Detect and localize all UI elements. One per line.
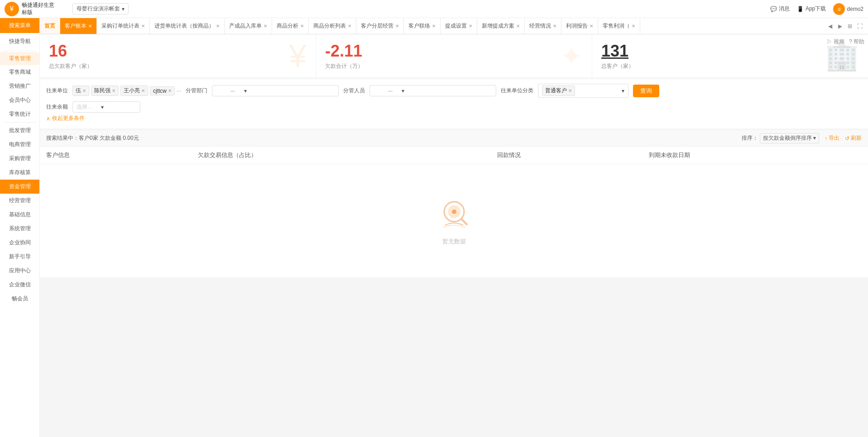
result-actions: 排序： 按欠款金额倒序排序 ▾ ↑ 导出 ↺ 刷新	[742, 133, 862, 143]
filter-dept-select[interactable]: ··· ▾	[212, 85, 339, 96]
stat-card-customers: 16 总欠款客户（家） ¥	[40, 34, 316, 77]
close-icon[interactable]: ✕	[216, 24, 220, 28]
close-icon[interactable]: ✕	[141, 24, 145, 28]
tab-purchase-orders[interactable]: 采购订单统计表 ✕	[97, 18, 150, 34]
sidebar-item-finance[interactable]: 资金管理	[0, 180, 39, 194]
remove-tag-3[interactable]: ✕	[141, 88, 145, 93]
sidebar-item-wholesale[interactable]: 批发管理	[0, 124, 39, 138]
phone-icon: 📱	[797, 6, 804, 12]
store-selector[interactable]: 母婴行业演示帐套 ▾	[72, 3, 129, 14]
filter-tag-4[interactable]: cjttcw ✕	[150, 86, 175, 95]
tab-home[interactable]: 首页	[40, 18, 60, 34]
video-button[interactable]: ▷ 视频	[827, 38, 844, 46]
sidebar-item-ecommerce[interactable]: 电商管理	[0, 138, 39, 152]
app-download-button[interactable]: 📱 App下载	[797, 5, 826, 13]
chevron-down-icon: ···	[230, 88, 235, 94]
stat-label-customers: 总欠款客户（家）	[49, 62, 307, 70]
sort-area: 排序： 按欠款金额倒序排序 ▾	[742, 133, 819, 143]
remove-tag-2[interactable]: ✕	[112, 88, 115, 93]
tab-expand[interactable]: ⊞	[845, 22, 854, 31]
tab-fullscreen[interactable]: ⛶	[855, 22, 864, 31]
svg-point-3	[452, 209, 456, 214]
tab-promotion-settings[interactable]: 提成设置 ✕	[441, 18, 477, 34]
tab-production-inbound[interactable]: 产成品入库单 ✕	[225, 18, 272, 34]
tab-goods-analysis-list[interactable]: 商品分析列表 ✕	[309, 18, 356, 34]
sidebar-item-member[interactable]: 会员中心	[0, 93, 39, 107]
sidebar-item-wechat[interactable]: 企业微信	[0, 278, 39, 292]
tab-operations-status[interactable]: 经营情况 ✕	[525, 18, 561, 34]
dropdown-icon-3: ▾	[622, 88, 624, 94]
close-icon[interactable]: ✕	[264, 24, 267, 28]
filter-person-select[interactable]: ··· ▾	[369, 85, 496, 96]
stats-row: 16 总欠款客户（家） ¥ -2.11 欠款合计（万） ✦ 131 总客户（家）…	[40, 34, 868, 77]
logo-area: ¥ 畅捷通好生意 标版	[5, 2, 68, 16]
sidebar-item-marketing[interactable]: 营销推广	[0, 79, 39, 93]
empty-text: 暂无数据	[442, 238, 466, 246]
close-icon[interactable]: ✕	[469, 24, 472, 28]
tab-retail-profit[interactable]: 零售利润（ ✕	[598, 18, 640, 34]
filter-tag-3[interactable]: 王小亮 ✕	[120, 86, 148, 96]
stat-card-total: 131 总客户（家） 🏢 ▷ 视频 ? 帮助	[592, 34, 868, 77]
filter-cat-tag-1[interactable]: 普通客户 ✕	[542, 86, 575, 96]
sidebar-item-basic-info[interactable]: 基础信息	[0, 208, 39, 222]
filter-balance-select[interactable]: 选择... ▾	[72, 101, 140, 113]
tab-profit-report[interactable]: 利润报告 ✕	[561, 18, 598, 34]
collapse-button[interactable]: ∧ 收起更多条件	[46, 114, 862, 122]
close-icon[interactable]: ✕	[300, 24, 304, 28]
dropdown-icon-4: ▾	[101, 104, 104, 110]
close-icon[interactable]: ✕	[88, 24, 92, 28]
export-button[interactable]: ↑ 导出	[825, 134, 839, 142]
sort-select[interactable]: 按欠款金额倒序排序 ▾	[760, 133, 819, 143]
tab-customer-book[interactable]: 客户账本 ✕	[60, 18, 97, 34]
close-icon[interactable]: ✕	[632, 24, 635, 28]
tab-scroll-left[interactable]: ◀	[825, 22, 834, 31]
close-icon[interactable]: ✕	[553, 24, 556, 28]
filter-category-select[interactable]: 普通客户 ✕ ▾	[538, 84, 628, 98]
sidebar-item-operations[interactable]: 经营管理	[0, 194, 39, 208]
close-icon[interactable]: ✕	[348, 24, 351, 28]
sidebar-item-purchase[interactable]: 采购管理	[0, 152, 39, 166]
close-icon[interactable]: ✕	[432, 24, 436, 28]
sidebar-item-inventory[interactable]: 库存核算	[0, 166, 39, 180]
tab-scroll-right[interactable]: ▶	[835, 22, 844, 31]
filter-tag-1[interactable]: 伍 ✕	[72, 86, 89, 96]
help-button[interactable]: ? 帮助	[849, 38, 864, 46]
close-icon[interactable]: ✕	[516, 24, 520, 28]
tab-customer-contact[interactable]: 客户联络 ✕	[404, 18, 441, 34]
sidebar-item-retail[interactable]: 零售管理	[0, 52, 39, 65]
close-icon[interactable]: ✕	[590, 24, 593, 28]
table-empty-cell: 暂无数据	[40, 164, 868, 278]
sidebar-item-vip[interactable]: 畅会员	[0, 292, 39, 306]
sidebar-item-cooperation[interactable]: 企业协同	[0, 236, 39, 250]
sidebar-item-retail-stats[interactable]: 零售统计	[0, 107, 39, 121]
remove-cat-tag-1[interactable]: ✕	[568, 88, 572, 93]
sidebar-quick-nav-item[interactable]: 快捷导航	[0, 35, 39, 48]
tab-customer-segment[interactable]: 客户分层经营 ✕	[356, 18, 404, 34]
filter-more-tags[interactable]: ···	[177, 88, 181, 94]
sidebar: 搜索菜单 快捷导航 零售管理 零售商城 营销推广 会员中心 零售统计 批发管理 …	[0, 18, 40, 437]
data-table: 客户信息 欠款交易信息（占比） 回款情况 到期未收款日期	[40, 147, 868, 278]
collapse-btn-wrapper: ∧ 收起更多条件	[46, 114, 862, 122]
sidebar-item-system[interactable]: 系统管理	[0, 222, 39, 236]
message-button[interactable]: 💬 消息	[770, 5, 790, 13]
sidebar-item-guide[interactable]: 新手引导	[0, 250, 39, 264]
sidebar-divider-2	[3, 122, 37, 123]
logo-text: 畅捷通好生意 标版	[22, 2, 54, 16]
refresh-button[interactable]: ↺ 刷新	[845, 134, 862, 142]
stat-bg-icon-1: ¥	[289, 38, 307, 74]
tab-goods-analysis[interactable]: 商品分析 ✕	[272, 18, 309, 34]
sidebar-item-app-center[interactable]: 应用中心	[0, 264, 39, 278]
remove-tag-4[interactable]: ✕	[168, 88, 172, 93]
stat-bg-icon-2: ✦	[560, 40, 583, 72]
tab-inbound-stats[interactable]: 进货单统计表（按商品） ✕	[150, 18, 225, 34]
remove-tag-1[interactable]: ✕	[82, 88, 86, 93]
filter-tag-2[interactable]: 陈民强 ✕	[91, 86, 119, 96]
sidebar-search[interactable]: 搜索菜单	[0, 18, 39, 33]
main-layout: 搜索菜单 快捷导航 零售管理 零售商城 营销推广 会员中心 零售统计 批发管理 …	[0, 18, 868, 437]
search-button[interactable]: 查询	[633, 85, 659, 97]
dropdown-icon-2: ▾	[402, 88, 404, 94]
sidebar-item-retail-mall[interactable]: 零售商城	[0, 65, 39, 79]
user-avatar[interactable]: d demo2	[833, 3, 863, 15]
tab-new-promotion[interactable]: 新增提成方案 ✕	[477, 18, 525, 34]
close-icon[interactable]: ✕	[395, 24, 399, 28]
